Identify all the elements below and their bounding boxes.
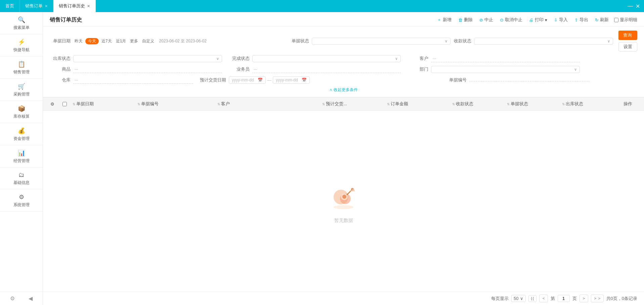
current-page-input[interactable] [558, 295, 570, 302]
dept-select[interactable]: ∨ [431, 66, 580, 73]
filter-row-1: 单据日期 昨天 今天 近7天 近1月 更多 自定义 2023-06-02 至 2… [50, 31, 637, 51]
th-order-status[interactable]: ⇅ 单据状态 [504, 101, 559, 107]
svg-point-0 [334, 205, 354, 209]
date-range-btns: 昨天 今天 近7天 近1月 更多 自定义 [73, 38, 156, 44]
sidebar-item-sys-mgmt[interactable]: ⚙ 系统管理 [0, 189, 43, 212]
sys-mgmt-icon: ⚙ [19, 193, 24, 201]
th-check[interactable] [59, 102, 70, 106]
first-page-button[interactable]: ⟨⟨ [528, 295, 536, 302]
th-delivery[interactable]: ⇅ 预计交货... [319, 101, 384, 107]
tab-sales-order-history[interactable]: 销售订单历史 ✕ [53, 0, 96, 12]
date-btn-yesterday[interactable]: 昨天 [73, 38, 84, 44]
sort-delivery-icon: ⇅ [322, 102, 325, 106]
date-filter-value: 昨天 今天 近7天 近1月 更多 自定义 2023-06-02 至 2023-0… [73, 38, 288, 44]
salesperson-input[interactable]: ··· [252, 66, 401, 73]
new-button[interactable]: ＋ 新增 [436, 16, 453, 24]
order-status-select[interactable]: ∨ [312, 38, 451, 45]
page-size-select[interactable]: 50 ∨ [511, 295, 525, 302]
filter-row-2: 出库状态 ∨ 完成状态 ∨ 客户 ··· [50, 55, 637, 62]
date-btn-custom[interactable]: 自定义 [141, 38, 156, 44]
export-button[interactable]: ⇧ 导出 [573, 16, 590, 24]
delete-button[interactable]: 🗑 删除 [457, 16, 474, 24]
filter-warehouse-item: 仓库 ··· [50, 76, 193, 84]
import-button[interactable]: ⇩ 导入 [553, 16, 569, 24]
total-text: 共0页，0条记录 [606, 296, 637, 302]
expected-date-from[interactable]: yyyy-mm-dd 📅 [229, 76, 266, 84]
minimize-icon[interactable]: — [628, 3, 633, 9]
th-no[interactable]: ⇅ 单据编号 [135, 101, 215, 107]
stop-button[interactable]: ⊘ 中止 [478, 16, 495, 24]
tab-sales-order-history-close[interactable]: ✕ [87, 4, 90, 8]
filter-order-status-item: 单据状态 ∨ [288, 38, 451, 45]
filter-order-no-item: 单据编号 [446, 77, 589, 83]
customer-input[interactable]: ··· [431, 55, 580, 62]
close-window-icon[interactable]: ✕ [636, 3, 640, 9]
complete-status-label: 完成状态 [229, 55, 252, 62]
complete-status-select[interactable]: ∨ [252, 55, 401, 62]
tab-sales-order[interactable]: 销售订单 ✕ [20, 0, 53, 12]
th-amount[interactable]: ⇅ 订单金额 [384, 101, 449, 107]
payment-status-chevron: ∨ [607, 39, 610, 43]
cancel-stop-button[interactable]: ⊙ 取消中止 [499, 16, 524, 24]
settings-bottom-icon[interactable]: ⚙ [10, 295, 15, 302]
table-header: ⚙ ⇅ 单据日期 ⇅ 单据编号 ⇅ 客户 ⇅ [43, 97, 644, 111]
sidebar-item-quick-nav[interactable]: ⚡ 快捷导航 [0, 34, 43, 56]
refresh-button[interactable]: ↻ 刷新 [594, 16, 610, 24]
display-detail-checkbox-label[interactable]: 显示明细 [614, 17, 637, 23]
delete-icon: 🗑 [458, 17, 463, 23]
date-btn-7days[interactable]: 近7天 [100, 38, 113, 44]
settings-button[interactable]: 设置 [618, 42, 637, 51]
next-page-button[interactable]: ＞ [579, 295, 588, 302]
tab-home[interactable]: 首页 [0, 0, 20, 12]
display-detail-checkbox[interactable] [614, 18, 618, 22]
page-label: 第 [551, 296, 555, 302]
tab-home-label: 首页 [5, 3, 14, 9]
th-out-status-label: 出库状态 [566, 101, 583, 107]
collapse-filter-btn[interactable]: ∧ 收起更多条件 [50, 87, 637, 93]
dept-chevron: ∨ [574, 67, 577, 72]
sidebar-item-sales-mgmt[interactable]: 📋 销售管理 [0, 56, 43, 79]
sidebar-item-inventory[interactable]: 📦 库存核算 [0, 101, 43, 123]
query-button[interactable]: 查询 [618, 31, 637, 40]
sidebar-item-purchase-mgmt[interactable]: 🛒 采购管理 [0, 79, 43, 101]
th-out-status[interactable]: ⇅ 出库状态 [559, 101, 614, 107]
goods-input[interactable]: ··· [73, 66, 222, 73]
warehouse-input[interactable]: ··· [73, 76, 193, 84]
expected-date-to[interactable]: yyyy-mm-dd 📅 [273, 76, 310, 84]
th-delivery-label: 预计交货... [326, 101, 347, 107]
th-date[interactable]: ⇅ 单据日期 [70, 101, 135, 107]
export-icon: ⇧ [574, 17, 578, 23]
purchase-mgmt-icon: 🛒 [18, 83, 25, 90]
order-no-input[interactable] [469, 79, 589, 81]
filter-goods-item: 商品 ··· [50, 66, 222, 73]
tab-sales-order-history-label: 销售订单历史 [59, 3, 85, 9]
filter-customer-item: 客户 ··· [407, 55, 580, 62]
out-status-select[interactable]: ∨ [73, 55, 222, 62]
date-btn-1month[interactable]: 近1月 [115, 38, 128, 44]
sidebar-item-base-info[interactable]: 🗂 基础信息 [0, 167, 43, 189]
collapse-sidebar-icon[interactable]: ◀ [29, 295, 33, 302]
last-page-button[interactable]: ＞＞ [591, 295, 604, 302]
order-status-label: 单据状态 [288, 38, 312, 44]
finance-icon: 💰 [18, 127, 25, 135]
export-label: 导出 [579, 17, 588, 23]
date-btn-today[interactable]: 今天 [85, 38, 99, 44]
payment-status-select[interactable]: ∨ [474, 38, 613, 45]
calendar-to-icon: 📅 [302, 78, 307, 82]
prev-page-button[interactable]: ＜ [539, 295, 548, 302]
sales-mgmt-icon: 📋 [18, 61, 25, 68]
select-all-checkbox[interactable] [62, 102, 67, 106]
th-settings[interactable]: ⚙ [46, 102, 59, 107]
sidebar-item-operations[interactable]: 📊 经营管理 [0, 145, 43, 167]
new-label: 新增 [443, 17, 452, 23]
sidebar-search[interactable]: 🔍 搜索菜单 [0, 12, 43, 34]
display-detail-label: 显示明细 [620, 17, 637, 23]
print-button[interactable]: 🖨 打印 ▾ [528, 16, 549, 24]
th-action: 操作 [614, 101, 641, 107]
th-customer[interactable]: ⇅ 客户 [215, 101, 319, 107]
th-payment[interactable]: ⇅ 收款状态 [449, 101, 505, 107]
sidebar-item-finance[interactable]: 💰 资金管理 [0, 123, 43, 145]
tab-sales-order-close[interactable]: ✕ [45, 4, 48, 8]
date-btn-more[interactable]: 更多 [129, 38, 139, 44]
import-label: 导入 [559, 17, 568, 23]
